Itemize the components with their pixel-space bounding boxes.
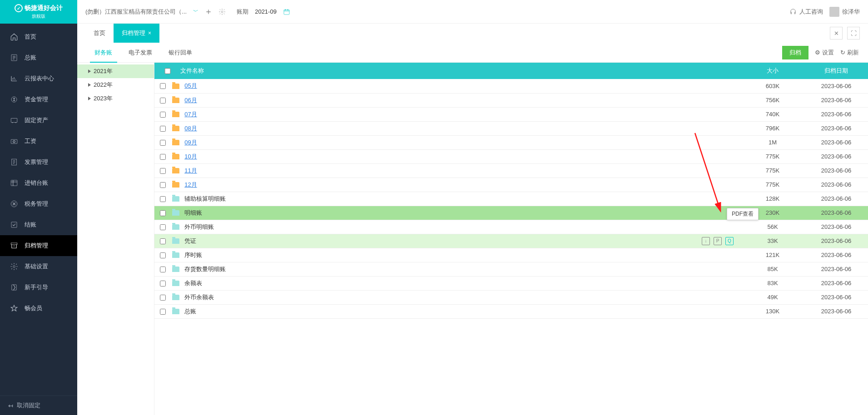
nav-item-archive[interactable]: 归档管理 [0, 235, 77, 256]
nav-item-tax[interactable]: 税务管理 [0, 193, 77, 214]
nav-item-stock[interactable]: 进销台账 [0, 173, 77, 193]
nav-item-salary[interactable]: 工资 [0, 131, 77, 152]
tree-year[interactable]: 2022年 [77, 78, 154, 92]
nav-item-report[interactable]: 云报表中心 [0, 68, 77, 89]
file-name: 序时账 [184, 252, 202, 258]
calendar-icon[interactable] [283, 8, 290, 15]
nav-item-close[interactable]: 结账 [0, 214, 77, 235]
pdf-icon[interactable]: P [714, 237, 722, 245]
svg-point-12 [221, 11, 223, 13]
archive-date: 2023-06-06 [804, 276, 868, 290]
settings-button[interactable]: ⚙ 设置 [815, 49, 834, 57]
file-name: 余额表 [184, 280, 202, 287]
row-checkbox[interactable] [160, 267, 166, 272]
table-row[interactable]: 07月 740K 2023-06-06 [154, 107, 868, 121]
company-selector[interactable]: (勿删）江西服宝精品有限责任公司（... [85, 8, 187, 16]
table-row[interactable]: 总账 130K 2023-06-06 [154, 304, 868, 318]
file-name[interactable]: 06月 [184, 97, 197, 104]
table-row[interactable]: 11月 775K 2023-06-06 [154, 163, 868, 178]
preview-icon[interactable]: Q [725, 237, 734, 245]
table-row[interactable]: 余额表 83K 2023-06-06 [154, 276, 868, 290]
select-all-checkbox[interactable] [160, 68, 175, 74]
file-name[interactable]: 10月 [184, 153, 197, 160]
nav-item-ledger[interactable]: 总账 [0, 47, 77, 68]
plus-icon[interactable] [205, 8, 212, 15]
period-value[interactable]: 2021-09 [255, 8, 277, 15]
nav-item-member[interactable]: 畅会员 [0, 298, 77, 319]
subtab[interactable]: 银行回单 [160, 43, 200, 62]
close-icon[interactable]: × [148, 30, 151, 36]
table-row[interactable]: 存货数量明细账 85K 2023-06-06 [154, 262, 868, 276]
row-checkbox[interactable] [160, 98, 166, 104]
tab-label: 首页 [94, 29, 105, 37]
row-checkbox[interactable] [160, 309, 166, 315]
tab[interactable]: 首页 [85, 24, 114, 43]
row-checkbox[interactable] [160, 238, 166, 244]
row-checkbox[interactable] [160, 112, 166, 118]
row-checkbox[interactable] [160, 140, 166, 146]
tree-year[interactable]: 2021年 [77, 64, 154, 78]
row-checkbox[interactable] [160, 224, 166, 230]
file-name[interactable]: 11月 [184, 167, 197, 174]
tab[interactable]: 归档管理× [114, 24, 159, 43]
gear-icon[interactable] [218, 8, 226, 15]
nav-item-home[interactable]: 首页 [0, 26, 77, 47]
table-row[interactable]: 08月 796K 2023-06-06 [154, 121, 868, 135]
archive-date: 2023-06-06 [804, 121, 868, 135]
nav: 首页总账云报表中心资金管理固定资产工资发票管理进销台账税务管理结账归档管理基础设… [0, 24, 77, 395]
download-icon[interactable]: ↓ [702, 237, 710, 245]
subtab[interactable]: 财务账 [86, 43, 120, 62]
table-row[interactable]: 外币明细账 56K 2023-06-06 [154, 220, 868, 234]
table-row[interactable]: 05月 603K 2023-06-06 [154, 79, 868, 93]
file-name[interactable]: 07月 [184, 111, 197, 118]
nav-item-guide[interactable]: 新手引导 [0, 277, 77, 298]
user-menu[interactable]: 徐泽华 [829, 7, 860, 17]
nav-label: 基础设置 [25, 262, 48, 271]
row-checkbox[interactable] [160, 295, 166, 301]
file-name[interactable]: 12月 [184, 181, 197, 188]
refresh-button[interactable]: ↻ 刷新 [840, 49, 859, 57]
nav-label: 进销台账 [25, 179, 48, 187]
row-checkbox[interactable] [160, 281, 166, 287]
row-checkbox[interactable] [160, 182, 166, 188]
sidebar: ✓ 畅捷通好会计 旗舰版 首页总账云报表中心资金管理固定资产工资发票管理进销台账… [0, 0, 77, 415]
row-checkbox[interactable] [160, 210, 166, 216]
row-checkbox[interactable] [160, 168, 166, 174]
table-row[interactable]: 10月 775K 2023-06-06 [154, 149, 868, 163]
close-icon[interactable]: ✕ [830, 27, 843, 40]
table-row[interactable]: 序时账 121K 2023-06-06 [154, 248, 868, 262]
nav-item-settings[interactable]: 基础设置 [0, 256, 77, 277]
row-checkbox[interactable] [160, 126, 166, 132]
row-checkbox[interactable] [160, 196, 166, 202]
file-name[interactable]: 09月 [184, 139, 197, 146]
table-row[interactable]: 外币余额表 49K 2023-06-06 [154, 290, 868, 304]
nav-label: 云报表中心 [25, 74, 54, 83]
archive-button[interactable]: 归档 [782, 46, 808, 59]
file-name[interactable]: 05月 [184, 82, 197, 89]
table-row[interactable]: 明细账 230K 2023-06-06 [154, 206, 868, 220]
row-checkbox[interactable] [160, 154, 166, 160]
subtab[interactable]: 电子发票 [120, 43, 160, 62]
nav-item-funds[interactable]: 资金管理 [0, 89, 77, 110]
file-name[interactable]: 08月 [184, 125, 197, 132]
consult-link[interactable]: 人工咨询 [789, 8, 823, 16]
gear-icon: ⚙ [815, 49, 820, 56]
table-row[interactable]: 06月 756K 2023-06-06 [154, 93, 868, 107]
nav-item-asset[interactable]: 固定资产 [0, 110, 77, 131]
file-size: 83K [741, 276, 804, 290]
sidebar-unpin[interactable]: ↤ 取消固定 [0, 395, 77, 415]
folder-icon [172, 182, 179, 188]
tree-year[interactable]: 2023年 [77, 92, 154, 105]
row-checkbox[interactable] [160, 252, 166, 258]
table-row[interactable]: 凭证 ↓ P Q 33K 2023-06-06 [154, 234, 868, 248]
fullscreen-icon[interactable]: ⛶ [847, 27, 860, 40]
nav-label: 税务管理 [25, 200, 48, 208]
row-checkbox[interactable] [160, 83, 166, 89]
table-row[interactable]: 09月 1M 2023-06-06 [154, 135, 868, 149]
table-row[interactable]: 辅助核算明细账 128K 2023-06-06 [154, 192, 868, 206]
chevron-down-icon[interactable]: ﹀ [193, 8, 198, 15]
nav-item-invoice[interactable]: 发票管理 [0, 152, 77, 173]
folder-icon [172, 98, 179, 103]
table-row[interactable]: 12月 775K 2023-06-06 [154, 178, 868, 192]
content: 财务账电子发票银行回单 归档 ⚙ 设置 ↻ 刷新 2021年2022年2023年 [77, 43, 868, 415]
